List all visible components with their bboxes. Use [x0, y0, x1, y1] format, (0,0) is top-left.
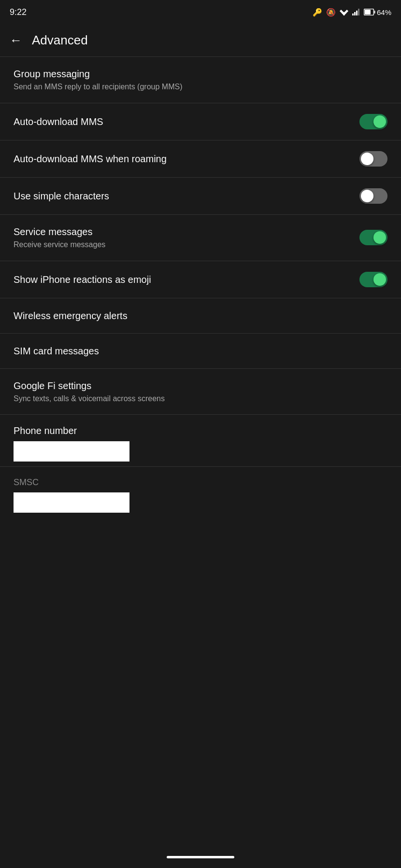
group-messaging-text: Group messaging Send an MMS reply to all… — [14, 68, 387, 92]
auto-download-roaming-text: Auto-download MMS when roaming — [14, 153, 359, 165]
phone-number-section: Phone number — [0, 415, 401, 466]
auto-download-mms-text: Auto-download MMS — [14, 115, 359, 128]
simple-characters-title: Use simple characters — [14, 190, 359, 202]
status-icons: 🔑 🔕 64% — [313, 8, 391, 17]
auto-download-mms-toggle[interactable] — [359, 114, 387, 129]
svg-rect-8 — [374, 11, 375, 14]
group-messaging-subtitle: Send an MMS reply to all recipients (gro… — [14, 82, 387, 92]
battery-percent: 64% — [377, 8, 391, 16]
svg-rect-3 — [352, 14, 354, 15]
status-bar: 9:22 🔑 🔕 64% — [0, 0, 401, 24]
sim-card-messages-title: SIM card messages — [14, 345, 387, 357]
group-messaging-title: Group messaging — [14, 68, 387, 80]
auto-download-mms-item[interactable]: Auto-download MMS — [0, 103, 401, 140]
wireless-emergency-text: Wireless emergency alerts — [14, 309, 387, 322]
battery-icon: 64% — [364, 8, 391, 16]
smsc-input[interactable] — [14, 492, 129, 513]
google-fi-settings-title: Google Fi settings — [14, 379, 387, 392]
wireless-emergency-title: Wireless emergency alerts — [14, 309, 387, 322]
simple-characters-toggle[interactable] — [359, 188, 387, 204]
google-fi-settings-item[interactable]: Google Fi settings Sync texts, calls & v… — [0, 369, 401, 415]
google-fi-settings-text: Google Fi settings Sync texts, calls & v… — [14, 379, 387, 404]
group-messaging-item[interactable]: Group messaging Send an MMS reply to all… — [0, 57, 401, 103]
simple-characters-item[interactable]: Use simple characters — [0, 178, 401, 214]
service-messages-subtitle: Receive service messages — [14, 240, 359, 250]
phone-number-label: Phone number — [14, 425, 387, 436]
google-fi-settings-subtitle: Sync texts, calls & voicemail across scr… — [14, 394, 387, 404]
iphone-reactions-toggle[interactable] — [359, 272, 387, 287]
iphone-reactions-text: Show iPhone reactions as emoji — [14, 273, 359, 286]
key-icon: 🔑 — [313, 8, 322, 17]
wifi-icon — [340, 9, 348, 15]
smsc-section: SMSC — [0, 467, 401, 518]
auto-download-roaming-title: Auto-download MMS when roaming — [14, 153, 359, 165]
service-messages-toggle[interactable] — [359, 230, 387, 245]
auto-download-roaming-item[interactable]: Auto-download MMS when roaming — [0, 140, 401, 177]
iphone-reactions-item[interactable]: Show iPhone reactions as emoji — [0, 261, 401, 298]
status-time: 9:22 — [10, 7, 27, 17]
auto-download-roaming-toggle[interactable] — [359, 151, 387, 167]
service-messages-title: Service messages — [14, 225, 359, 238]
simple-characters-text: Use simple characters — [14, 190, 359, 202]
svg-rect-4 — [354, 12, 356, 15]
service-messages-item[interactable]: Service messages Receive service message… — [0, 215, 401, 261]
back-button[interactable]: ← — [10, 33, 22, 48]
svg-rect-6 — [358, 9, 359, 15]
auto-download-mms-title: Auto-download MMS — [14, 115, 359, 128]
smsc-label: SMSC — [14, 477, 387, 488]
svg-rect-9 — [365, 10, 371, 14]
phone-number-input[interactable] — [14, 441, 129, 462]
toolbar: ← Advanced — [0, 24, 401, 56]
mute-icon: 🔕 — [326, 8, 336, 17]
iphone-reactions-title: Show iPhone reactions as emoji — [14, 273, 359, 286]
home-indicator — [167, 856, 234, 858]
sim-card-messages-text: SIM card messages — [14, 345, 387, 357]
signal-icon — [352, 9, 360, 15]
page-title: Advanced — [32, 33, 88, 48]
svg-rect-5 — [356, 11, 358, 15]
service-messages-text: Service messages Receive service message… — [14, 225, 359, 250]
sim-card-messages-item[interactable]: SIM card messages — [0, 334, 401, 368]
wireless-emergency-item[interactable]: Wireless emergency alerts — [0, 298, 401, 333]
